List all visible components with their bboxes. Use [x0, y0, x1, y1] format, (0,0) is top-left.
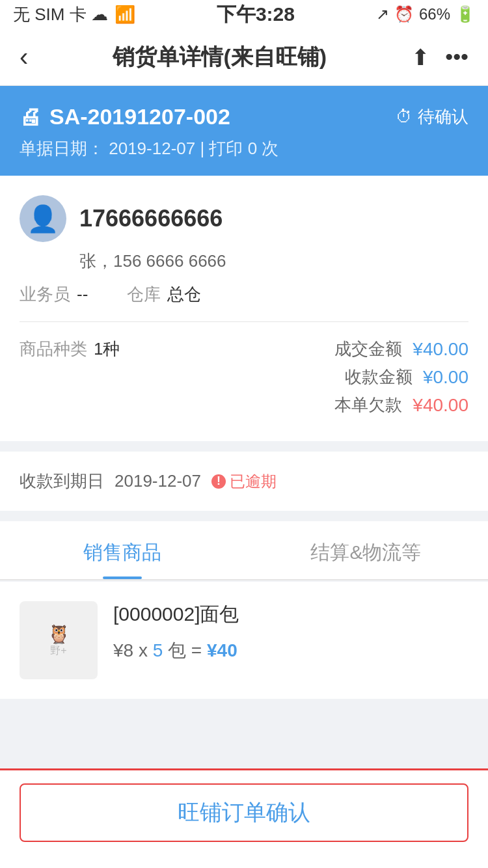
no-sim-text: 无 SIM 卡 ☁	[13, 3, 108, 26]
salesperson-label: 业务员	[20, 283, 70, 306]
customer-info-card: 👤 17666666666 张，156 6666 6666 业务员 -- 仓库 …	[0, 176, 488, 441]
balance-value: ¥40.00	[413, 395, 468, 416]
order-header: 🖨 SA-20191207-002 ⏱ 待确认 单据日期： 2019-12-07…	[0, 86, 488, 176]
salesperson-item: 业务员 --	[20, 283, 88, 306]
overdue-icon: !	[211, 474, 226, 489]
battery-text: 66%	[419, 5, 450, 23]
wifi-icon: 📶	[115, 5, 135, 25]
more-icon[interactable]: •••	[445, 44, 468, 70]
due-date-value: 2019-12-07	[115, 471, 201, 491]
amount-value: ¥40.00	[413, 339, 468, 360]
balance-label: 本单欠款	[334, 394, 402, 416]
product-name: [0000002]面包	[113, 601, 468, 628]
salesperson-value: --	[77, 284, 88, 305]
clock-icon: ⏱	[396, 107, 413, 127]
status-bar: 无 SIM 卡 ☁ 📶 下午3:28 ↗ ⏰ 66% 🔋	[0, 0, 488, 29]
overdue-badge: ! 已逾期	[211, 471, 277, 492]
received-value: ¥0.00	[423, 367, 468, 388]
location-icon: ↗	[376, 5, 389, 23]
customer-meta: 业务员 -- 仓库 总仓	[20, 283, 468, 306]
overdue-text: 已逾期	[230, 471, 277, 492]
battery-icon: 🔋	[455, 5, 475, 23]
alarm-icon: ⏰	[394, 5, 414, 23]
tabs-container: 销售商品 结算&物流等	[0, 521, 488, 580]
product-thumbnail: 🦉 野+	[20, 601, 98, 679]
owl-logo: 🦉 野+	[47, 625, 70, 656]
due-date-card: 收款到期日 2019-12-07 ! 已逾期	[0, 452, 488, 511]
confirm-order-button[interactable]: 旺铺订单确认	[20, 783, 468, 842]
product-type-value: 1种	[94, 338, 120, 360]
divider	[20, 321, 468, 322]
amount-label: 成交金额	[334, 338, 402, 360]
order-id-text: SA-20191207-002	[49, 104, 230, 129]
order-header-top: 🖨 SA-20191207-002 ⏱ 待确认	[20, 104, 468, 129]
nav-bar: ‹ 销货单详情(来自旺铺) ⬆ •••	[0, 29, 488, 86]
page-title: 销货单详情(来自旺铺)	[113, 42, 327, 72]
warehouse-label: 仓库	[127, 283, 161, 306]
product-info: [0000002]面包 ¥8 x 5 包 = ¥40	[113, 601, 468, 663]
received-label: 收款金额	[345, 366, 413, 388]
product-type-label: 商品种类	[20, 338, 87, 360]
summary-right: 成交金额 ¥40.00 收款金额 ¥0.00 本单欠款 ¥40.00	[334, 338, 468, 422]
received-row: 收款金额 ¥0.00	[334, 366, 468, 388]
warehouse-item: 仓库 总仓	[127, 283, 201, 306]
share-icon[interactable]: ⬆	[411, 44, 429, 70]
order-date: 单据日期： 2019-12-07 | 打印 0 次	[20, 137, 468, 160]
avatar-icon: 👤	[27, 204, 59, 234]
product-card: 🦉 野+ [0000002]面包 ¥8 x 5 包 = ¥40	[0, 582, 488, 699]
product-type-row: 商品种类 1种	[20, 338, 120, 360]
tab-sales[interactable]: 销售商品	[0, 521, 244, 579]
order-status-text: 待确认	[418, 105, 468, 128]
summary-row: 商品种类 1种 成交金额 ¥40.00 收款金额 ¥0.00 本单欠款 ¥40.…	[20, 338, 468, 422]
customer-name: 张，156 6666 6666	[20, 250, 468, 273]
order-id: 🖨 SA-20191207-002	[20, 104, 230, 129]
back-button[interactable]: ‹	[20, 42, 28, 72]
order-icon: 🖨	[20, 104, 42, 129]
avatar: 👤	[20, 195, 66, 242]
nav-actions: ⬆ •••	[411, 44, 468, 70]
customer-phone[interactable]: 17666666666	[79, 205, 223, 232]
tab-settlement[interactable]: 结算&物流等	[244, 521, 488, 579]
warehouse-value: 总仓	[167, 283, 201, 306]
status-time: 下午3:28	[217, 1, 295, 28]
status-left: 无 SIM 卡 ☁ 📶	[13, 3, 135, 26]
balance-row: 本单欠款 ¥40.00	[334, 394, 468, 416]
summary-left: 商品种类 1种	[20, 338, 120, 360]
amount-row: 成交金额 ¥40.00	[334, 338, 468, 360]
customer-row: 👤 17666666666	[20, 195, 468, 242]
bottom-bar: 旺铺订单确认	[0, 768, 488, 868]
order-status: ⏱ 待确认	[396, 105, 468, 128]
status-right: ↗ ⏰ 66% 🔋	[376, 5, 475, 23]
due-date-label: 收款到期日	[20, 470, 104, 493]
product-calc: ¥8 x 5 包 = ¥40	[113, 638, 468, 663]
